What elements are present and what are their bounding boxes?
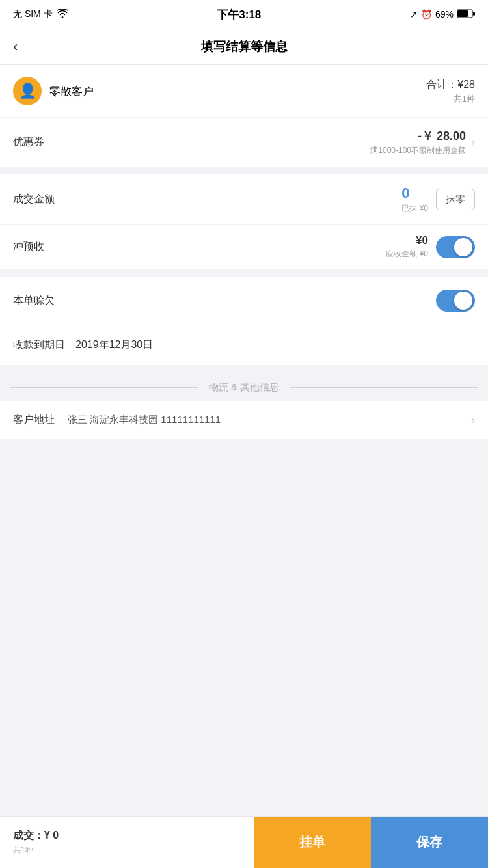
battery-text: 69% (435, 9, 454, 20)
carrier-text: 无 SIM 卡 (13, 8, 53, 20)
logistics-label: 物流 & 其他信息 (209, 381, 279, 394)
status-right: ↗ ⏰ 69% (410, 9, 475, 20)
logistics-line-left (10, 387, 198, 388)
customer-avatar: 👤 (13, 77, 42, 105)
customer-count: 共1种 (426, 93, 475, 105)
deal-amount-row: 成交金额 0 已抹 ¥0 抹零 (0, 174, 488, 225)
debt-row: 本单赊欠 (0, 277, 488, 325)
debt-section: 本单赊欠 收款到期日 2019年12月30日 (0, 277, 488, 365)
prepay-value-wrap: ¥0 应收金额 ¥0 (386, 234, 428, 260)
wifi-icon (57, 9, 68, 20)
coupon-discount: -￥ 28.00 (370, 128, 466, 144)
prepay-amount: ¥0 (386, 234, 428, 247)
debt-label: 本单赊欠 (13, 294, 55, 308)
due-date-label: 收款到期日 (13, 338, 65, 352)
deal-amount-label: 成交金额 (13, 193, 55, 206)
coupon-right: -￥ 28.00 满1000-100不限制使用金额 › (370, 128, 475, 156)
deal-value-wrap: 0 已抹 ¥0 (401, 185, 428, 214)
status-bar: 无 SIM 卡 下午3:18 ↗ ⏰ 69% (0, 0, 488, 29)
svg-rect-2 (473, 12, 475, 16)
customer-left: 👤 零散客户 (13, 77, 94, 105)
bottom-deal: 成交：¥ 0 (13, 829, 241, 843)
location-icon: ↗ (410, 9, 418, 20)
deal-section: 成交金额 0 已抹 ¥0 抹零 冲预收 ¥0 应收金额 ¥0 (0, 174, 488, 269)
due-date-value: 2019年12月30日 (75, 338, 153, 352)
coupon-chevron-icon: › (471, 135, 475, 149)
prepay-sub: 应收金额 ¥0 (386, 249, 428, 260)
nav-title: 填写结算等信息 (201, 38, 288, 55)
customer-total: 合计：¥28 (426, 78, 475, 92)
logistics-line-right (290, 387, 478, 388)
bottom-deal-value: ¥ 0 (44, 830, 59, 841)
customer-right: 合计：¥28 共1种 (426, 78, 475, 105)
customer-section: 👤 零散客户 合计：¥28 共1种 优惠券 -￥ 28.00 满1000-100… (0, 65, 488, 167)
prepay-right: ¥0 应收金额 ¥0 (386, 234, 475, 260)
coupon-desc: 满1000-100不限制使用金额 (370, 145, 466, 156)
content: 👤 零散客户 合计：¥28 共1种 优惠券 -￥ 28.00 满1000-100… (0, 65, 488, 505)
debt-toggle[interactable] (436, 290, 475, 312)
status-time: 下午3:18 (217, 7, 261, 22)
coupon-row[interactable]: 优惠券 -￥ 28.00 满1000-100不限制使用金额 › (0, 117, 488, 167)
deal-sub: 已抹 ¥0 (401, 203, 428, 214)
round-zero-button[interactable]: 抹零 (436, 189, 475, 210)
avatar-icon: 👤 (19, 83, 36, 100)
prepay-row: 冲预收 ¥0 应收金额 ¥0 (0, 225, 488, 269)
bottom-bar: 成交：¥ 0 共1种 挂单 保存 (0, 816, 488, 868)
address-section: 客户地址 张三 海淀永丰科技园 11111111111 › (0, 401, 488, 439)
hang-button[interactable]: 挂单 (254, 817, 371, 869)
logistics-divider: 物流 & 其他信息 (0, 373, 488, 401)
address-row[interactable]: 客户地址 张三 海淀永丰科技园 11111111111 › (0, 401, 488, 439)
due-date-row[interactable]: 收款到期日 2019年12月30日 (0, 325, 488, 365)
deal-right: 0 已抹 ¥0 抹零 (401, 185, 475, 214)
back-button[interactable]: ‹ (13, 38, 18, 55)
bottom-deal-label: 成交： (13, 830, 44, 841)
alarm-icon: ⏰ (421, 9, 432, 20)
prepay-label: 冲预收 (13, 240, 44, 254)
nav-bar: ‹ 填写结算等信息 (0, 29, 488, 65)
address-label: 客户地址 (13, 413, 55, 427)
bottom-info: 成交：¥ 0 共1种 (0, 829, 254, 856)
address-chevron-icon: › (471, 413, 475, 427)
coupon-label: 优惠券 (13, 135, 44, 149)
status-left: 无 SIM 卡 (13, 8, 68, 20)
svg-rect-1 (457, 10, 468, 17)
address-value: 张三 海淀永丰科技园 11111111111 (68, 414, 471, 426)
save-button[interactable]: 保存 (371, 817, 488, 869)
coupon-value-wrap: -￥ 28.00 满1000-100不限制使用金额 (370, 128, 466, 156)
battery-icon (457, 9, 475, 20)
deal-value: 0 (401, 185, 428, 202)
bottom-count: 共1种 (13, 845, 241, 856)
customer-row: 👤 零散客户 合计：¥28 共1种 (0, 65, 488, 117)
customer-name: 零散客户 (49, 84, 94, 99)
prepay-toggle[interactable] (436, 236, 475, 258)
